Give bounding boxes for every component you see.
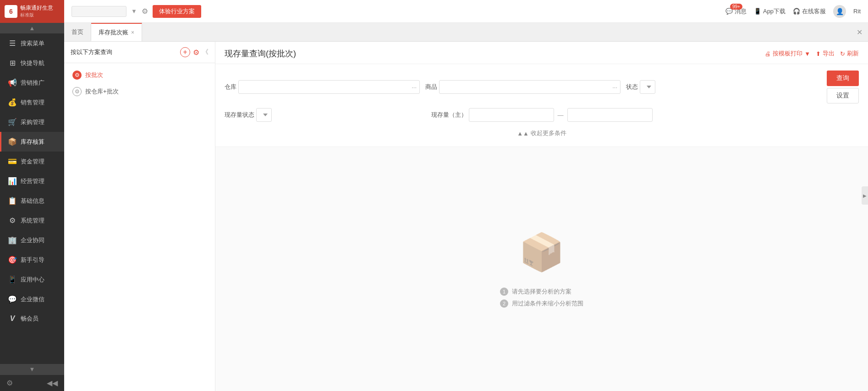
home-tab-label: 首页: [71, 28, 83, 36]
goods-more-icon[interactable]: ···: [610, 84, 620, 91]
print-dropdown-icon[interactable]: ▼: [804, 50, 810, 57]
status-field: 状态: [626, 80, 821, 94]
sidebar-item-label: 搜索菜单: [21, 39, 44, 48]
page-header: 现存量查询(按批次) 🖨 按模板打印 ▼ ⬆ 导出 ↻ 刷新: [215, 42, 868, 64]
system-icon: ⚙: [8, 216, 17, 225]
page-title: 现存量查询(按批次): [225, 48, 296, 59]
filter-actions: + ⚙ 《: [180, 47, 209, 57]
app-icon: 📱: [754, 8, 761, 15]
settings-button[interactable]: 设置: [827, 88, 859, 103]
query-btn-group: 查询 设置: [827, 71, 859, 103]
settings-footer-icon[interactable]: ⚙: [6, 379, 13, 387]
collapse-footer-icon[interactable]: ◀◀: [47, 379, 58, 387]
sidebar-item-sales[interactable]: 💰 销售管理: [0, 92, 64, 112]
warehouse-label: 仓库: [225, 83, 236, 91]
topbar-username[interactable]: Rit: [853, 8, 861, 15]
inventory-qty-to-input[interactable]: [567, 108, 653, 122]
sidebar-item-system[interactable]: ⚙ 系统管理: [0, 211, 64, 230]
form-row-1: 仓库 ··· 商品 ··· 状态: [225, 71, 859, 103]
goods-field: 商品 ···: [425, 80, 621, 94]
collapse-up-icon: ▲▲: [517, 130, 529, 137]
filter-item-warehouse-batch[interactable]: ⚙ 按仓库+批次: [64, 83, 215, 100]
status-label: 状态: [626, 83, 638, 91]
query-button[interactable]: 查询: [827, 71, 859, 86]
filter-item-batch-label: 按批次: [85, 71, 103, 79]
filter-title: 按以下方案查询: [71, 48, 112, 56]
tab-close-icon[interactable]: ×: [131, 29, 134, 36]
sidebar-item-label: 销售管理: [21, 98, 44, 107]
scroll-up-indicator[interactable]: ▲: [0, 23, 64, 33]
filter-setting-icon[interactable]: ⚙: [193, 48, 199, 57]
collapse-more[interactable]: ▲▲ 收起更多条件: [225, 126, 859, 140]
avatar-icon: 👤: [836, 8, 844, 15]
tip-text-2: 用过滤条件来缩小分析范围: [512, 299, 583, 308]
goods-input[interactable]: [439, 84, 610, 91]
print-button[interactable]: 🖨 按模板打印 ▼: [765, 49, 810, 58]
filter-item-batch[interactable]: ⚙ 按批次: [64, 67, 215, 83]
sidebar-item-purchase[interactable]: 🛒 采购管理: [0, 112, 64, 132]
sidebar-item-operations[interactable]: 📊 经营管理: [0, 171, 64, 191]
export-icon: ⬆: [816, 50, 821, 57]
sidebar-item-basic[interactable]: 📋 基础信息: [0, 191, 64, 211]
collapse-label: 收起更多条件: [531, 129, 566, 137]
batch-icon: ⚙: [72, 71, 82, 80]
empty-illustration: 📦: [519, 231, 565, 274]
sidebar-item-marketing[interactable]: 📢 营销推广: [0, 73, 64, 92]
scroll-down-indicator[interactable]: ▼: [0, 364, 64, 375]
panel-close-button[interactable]: ✕: [851, 23, 868, 41]
sidebar-item-inventory[interactable]: 📦 库存核算: [0, 132, 64, 152]
warehouse-batch-icon: ⚙: [72, 87, 82, 96]
tab-home[interactable]: 首页: [64, 23, 91, 41]
app-label: App下载: [763, 7, 786, 16]
status-select[interactable]: [640, 80, 655, 94]
topbar-app-download[interactable]: 📱 App下载: [754, 7, 786, 16]
active-tab-label: 库存批次账: [99, 28, 128, 37]
right-panel-collapse[interactable]: ▶: [862, 186, 868, 205]
sidebar-item-search[interactable]: ☰ 搜索菜单: [0, 33, 64, 53]
sidebar-item-label: 资金管理: [21, 157, 44, 166]
enterprise-icon: 🏢: [8, 236, 17, 244]
topbar-search-input[interactable]: [71, 6, 126, 17]
sidebar-item-label: 基础信息: [21, 197, 44, 205]
service-icon: 🎧: [793, 8, 800, 15]
tip-num-2: 2: [500, 299, 508, 308]
app-logo: 6: [5, 5, 17, 18]
marketing-icon: 📢: [8, 78, 17, 87]
basic-icon: 📋: [8, 196, 17, 205]
export-button[interactable]: ⬆ 导出: [816, 49, 835, 58]
sidebar-item-enterprise[interactable]: 🏢 企业协同: [0, 230, 64, 250]
topbar-right: 💬 消息 99+ 📱 App下载 🎧 在线客服 👤 Rit: [725, 5, 861, 18]
purchase-icon: 🛒: [8, 118, 17, 126]
tab-inventory-batch[interactable]: 库存批次账 ×: [91, 23, 142, 41]
tip-text-1: 请先选择要分析的方案: [512, 288, 571, 296]
sidebar-item-finance[interactable]: 💳 资金管理: [0, 152, 64, 171]
refresh-button[interactable]: ↻ 刷新: [840, 49, 859, 58]
inventory-icon: 📦: [8, 137, 17, 146]
qty-separator: —: [556, 112, 566, 119]
inventory-qty-label: 现存量（主）: [431, 111, 467, 119]
empty-tips: 1 请先选择要分析的方案 2 用过滤条件来缩小分析范围: [500, 288, 583, 308]
sidebar-item-member[interactable]: V 畅会员: [0, 309, 64, 328]
topbar-gear-icon[interactable]: ⚙: [142, 7, 148, 16]
topbar-online-service[interactable]: 🎧 在线客服: [793, 7, 826, 16]
goods-input-wrapper: ···: [439, 80, 621, 94]
topbar-chevron-icon[interactable]: ▼: [131, 8, 137, 15]
sidebar: 6 畅康通好生意 标准版 ▲ ☰ 搜索菜单 ⊞ 快捷导航 📢 营销推广 💰 销售…: [0, 0, 64, 391]
sidebar-item-app-center[interactable]: 📱 应用中心: [0, 270, 64, 289]
inventory-status-select[interactable]: [256, 108, 272, 122]
user-avatar[interactable]: 👤: [833, 5, 846, 18]
header-actions: 🖨 按模板打印 ▼ ⬆ 导出 ↻ 刷新: [765, 49, 859, 58]
sidebar-item-quick-nav[interactable]: ⊞ 快捷导航: [0, 53, 64, 73]
inventory-qty-from-input[interactable]: [469, 108, 554, 122]
sidebar-item-wechat[interactable]: 💬 企业微信: [0, 289, 64, 309]
warehouse-input[interactable]: [239, 84, 409, 91]
sidebar-item-label: 采购管理: [21, 118, 44, 126]
sidebar-item-label: 系统管理: [21, 217, 44, 225]
filter-add-button[interactable]: +: [180, 47, 190, 57]
topbar-message[interactable]: 💬 消息 99+: [725, 7, 747, 16]
filter-collapse-icon[interactable]: 《: [202, 48, 209, 56]
sidebar-item-guide[interactable]: 🎯 新手引导: [0, 250, 64, 270]
warehouse-more-icon[interactable]: ···: [409, 84, 419, 91]
sidebar-header: 6 畅康通好生意 标准版: [0, 0, 64, 23]
experience-button[interactable]: 体验行业方案: [153, 5, 201, 18]
